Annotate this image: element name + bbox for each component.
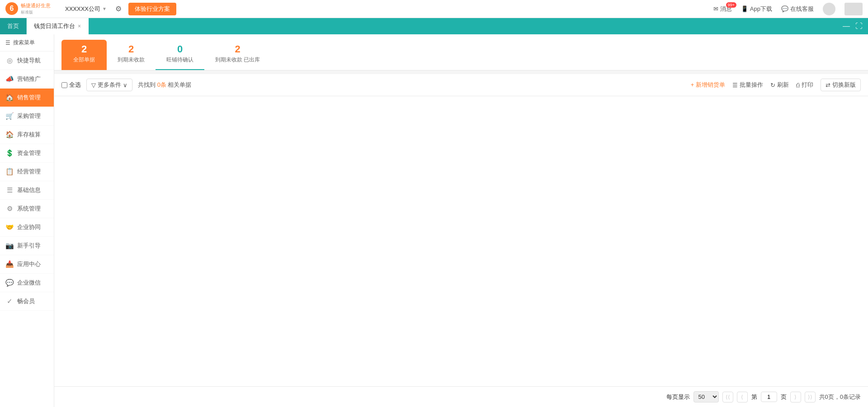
message-btn[interactable]: ✉ 消息 99+ <box>713 5 732 13</box>
sidebar-item-operation[interactable]: 📋 经营管理 <box>0 163 54 181</box>
sidebar-item-marketing[interactable]: 📣 营销推广 <box>0 70 54 89</box>
sidebar-item-purchase[interactable]: 🛒 采购管理 <box>0 107 54 126</box>
next-page-btn[interactable]: ⟩ <box>790 392 801 402</box>
tab-cash-flow-label: 钱货日清工作台 <box>34 22 75 30</box>
basic-icon: ☰ <box>5 186 14 194</box>
quick-nav-icon: ◎ <box>5 56 14 65</box>
first-page-btn[interactable]: ⟨⟨ <box>722 392 733 402</box>
tab-wangpu[interactable]: 0 旺铺待确认 <box>156 40 204 70</box>
new-sales-order-btn[interactable]: + 新增销货单 <box>691 81 725 89</box>
sidebar-item-guide-label: 新手引导 <box>17 242 41 250</box>
company-selector[interactable]: XXXXXX公司 ▼ <box>60 5 112 13</box>
select-all-checkbox[interactable]: 全选 <box>61 81 81 89</box>
sidebar-item-cooperation-label: 企业协同 <box>17 223 41 231</box>
sidebar-item-sales[interactable]: 🏠 销售管理 <box>0 89 54 107</box>
last-page-btn[interactable]: ⟩⟩ <box>805 392 816 402</box>
refresh-btn[interactable]: ↻ 刷新 <box>770 81 789 89</box>
select-all-input[interactable] <box>61 82 67 88</box>
found-suffix: 相关单据 <box>168 81 191 88</box>
app-center-icon: 📥 <box>5 260 14 268</box>
member-icon: ✓ <box>5 297 14 305</box>
tab-all-orders[interactable]: 2 全部单据 <box>61 40 107 70</box>
app-download-btn[interactable]: 📱 App下载 <box>741 5 772 13</box>
content-area: 2 全部单据 2 到期未收款 0 旺铺待确认 2 到期未收款 已出库 全选 <box>54 34 868 407</box>
batch-action-btn[interactable]: ☰ 批量操作 <box>732 81 763 89</box>
logo: 6 畅捷通好生意 标准版 <box>5 2 60 15</box>
switch-icon: ⇄ <box>826 82 830 89</box>
sidebar-search[interactable]: ☰ 搜索菜单 <box>0 34 54 51</box>
header-right: ✉ 消息 99+ 📱 App下载 💬 在线客服 <box>713 3 863 15</box>
page-size-label: 每页显示 <box>666 393 690 401</box>
prev-page-btn[interactable]: ⟨ <box>737 392 748 402</box>
summary-tabs: 2 全部单据 2 到期未收款 0 旺铺待确认 2 到期未收款 已出库 <box>54 34 868 70</box>
sidebar-item-quick-nav-label: 快捷导航 <box>17 56 41 65</box>
batch-label: 批量操作 <box>740 81 763 89</box>
switch-version-btn[interactable]: ⇄ 切换新版 <box>821 79 861 91</box>
tab-home[interactable]: 首页 <box>0 18 27 34</box>
logo-badge: 标准版 <box>21 9 51 15</box>
sidebar-item-weixin[interactable]: 💬 企业微信 <box>0 274 54 292</box>
overdue-count: 2 <box>128 43 134 55</box>
wangpu-label: 旺铺待确认 <box>166 56 193 64</box>
tab-cash-flow[interactable]: 钱货日清工作台 × <box>27 18 89 34</box>
cooperation-icon: 🤝 <box>5 223 14 231</box>
user-panel[interactable] <box>844 3 863 15</box>
select-all-label: 全选 <box>69 81 81 89</box>
sidebar-item-cooperation[interactable]: 🤝 企业协同 <box>0 218 54 237</box>
overdue-out-count: 2 <box>235 43 241 55</box>
sidebar-item-purchase-label: 采购管理 <box>17 112 41 120</box>
sidebar-item-basic-label: 基础信息 <box>17 186 41 194</box>
tab-bar: 首页 钱货日清工作台 × — ⛶ <box>0 18 868 34</box>
switch-label: 切换新版 <box>832 81 856 89</box>
sidebar-item-guide[interactable]: 📷 新手引导 <box>0 237 54 255</box>
sidebar-item-basic[interactable]: ☰ 基础信息 <box>0 181 54 200</box>
table-area <box>54 96 868 386</box>
pagination: 每页显示 50 100 200 ⟨⟨ ⟨ 第 页 ⟩ ⟩⟩ 共0页，0条记录 <box>54 386 868 407</box>
page-number-input[interactable] <box>761 392 777 402</box>
logo-text: 畅捷通好生意 <box>21 2 51 9</box>
search-icon: ☰ <box>5 40 10 46</box>
settings-icon[interactable]: ⚙ <box>112 3 125 15</box>
tab-maximize-icon[interactable]: ⛶ <box>854 20 864 32</box>
sidebar-item-app-center[interactable]: 📥 应用中心 <box>0 255 54 274</box>
sidebar-item-finance[interactable]: 💲 资金管理 <box>0 144 54 163</box>
batch-icon: ☰ <box>732 82 738 89</box>
main-layout: ☰ 搜索菜单 ◎ 快捷导航 📣 营销推广 🏠 销售管理 🛒 采购管理 🏠 库存核… <box>0 34 868 407</box>
sidebar-item-system[interactable]: ⚙ 系统管理 <box>0 200 54 218</box>
print-btn[interactable]: ⎙ 打印 <box>796 81 813 89</box>
sidebar-item-inventory[interactable]: 🏠 库存核算 <box>0 126 54 144</box>
print-icon: ⎙ <box>796 82 800 89</box>
tab-minimize-icon[interactable]: — <box>841 20 852 32</box>
empty-state <box>54 96 868 386</box>
total-info: 共0页，0条记录 <box>819 393 861 401</box>
refresh-label: 刷新 <box>777 81 789 89</box>
sidebar-item-system-label: 系统管理 <box>17 205 41 213</box>
toolbar: 全选 ▽ 更多条件 ∨ 共找到 0条 相关单据 + 新增销货单 ☰ 批量操作 ↻ <box>54 74 868 96</box>
more-filters-btn[interactable]: ▽ 更多条件 ∨ <box>86 79 132 91</box>
overdue-out-label: 到期未收款 已出库 <box>215 56 260 64</box>
inventory-icon: 🏠 <box>5 131 14 139</box>
avatar[interactable] <box>823 3 835 15</box>
guide-icon: 📷 <box>5 242 14 250</box>
toolbar-right: + 新增销货单 ☰ 批量操作 ↻ 刷新 ⎙ 打印 ⇄ 切换新版 <box>691 79 861 91</box>
marketing-icon: 📣 <box>5 75 14 83</box>
online-service-btn[interactable]: 💬 在线客服 <box>781 5 814 13</box>
sidebar-item-member[interactable]: ✓ 畅会员 <box>0 292 54 311</box>
tab-overdue-out[interactable]: 2 到期未收款 已出库 <box>204 40 271 70</box>
overdue-label: 到期未收款 <box>118 56 145 64</box>
filter-icon: ▽ <box>91 82 96 89</box>
sidebar-item-member-label: 畅会员 <box>17 297 35 305</box>
sidebar-item-quick-nav[interactable]: ◎ 快捷导航 <box>0 51 54 70</box>
sidebar-item-inventory-label: 库存核算 <box>17 131 41 139</box>
filter-arrow: ∨ <box>123 82 127 89</box>
sidebar: ☰ 搜索菜单 ◎ 快捷导航 📣 营销推广 🏠 销售管理 🛒 采购管理 🏠 库存核… <box>0 34 54 407</box>
tab-close-icon[interactable]: × <box>78 23 81 29</box>
found-info: 共找到 0条 相关单据 <box>138 81 191 89</box>
logo-icon: 6 <box>5 2 18 15</box>
tab-overdue[interactable]: 2 到期未收款 <box>107 40 156 70</box>
page-size-select[interactable]: 50 100 200 <box>693 391 719 402</box>
purchase-icon: 🛒 <box>5 112 14 120</box>
filter-label: 更多条件 <box>98 81 121 89</box>
sidebar-item-sales-label: 销售管理 <box>17 94 41 102</box>
trial-btn[interactable]: 体验行业方案 <box>128 3 176 15</box>
